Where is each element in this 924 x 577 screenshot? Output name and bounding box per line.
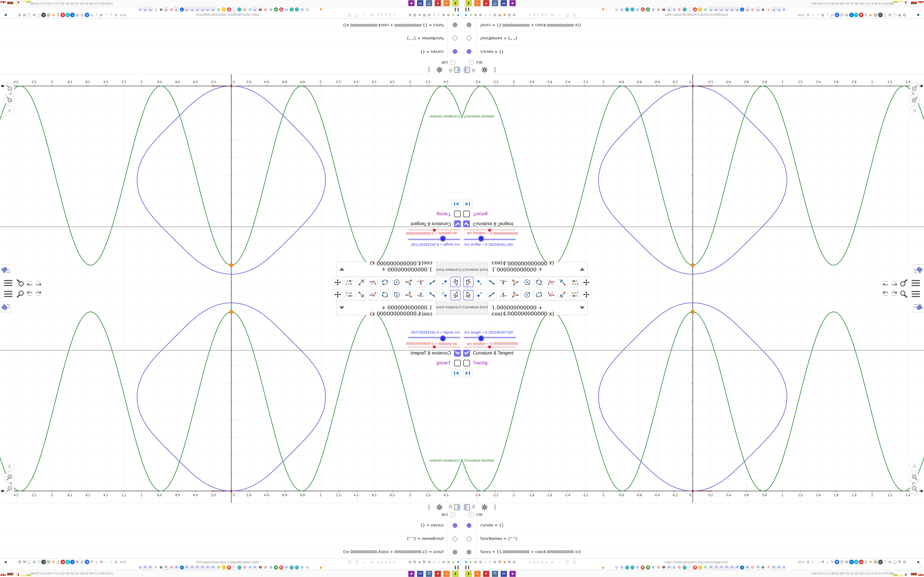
graphics-view[interactable]: -2.4-2.2-2-1.8-1.6-1.4-1.2-1-0.8-0.6-0.4… xyxy=(0,73,462,288)
folder-icon[interactable]: ▭ xyxy=(369,560,374,564)
best-fit-line-tool[interactable] xyxy=(356,277,366,287)
zoom-in-button[interactable] xyxy=(5,472,14,482)
polygon-tool[interactable] xyxy=(404,277,414,287)
translate-icon[interactable]: A xyxy=(113,560,118,564)
wrench-icon[interactable]: ⚒ xyxy=(897,560,902,564)
pinned-tab-favicon[interactable]: ✿ xyxy=(164,566,168,570)
firefox-icon[interactable]: ● xyxy=(443,0,450,6)
pinned-tab-favicon[interactable]: ⚙ xyxy=(761,7,765,11)
pinned-tab-favicon[interactable]: G xyxy=(170,566,173,570)
wrench-icon[interactable]: ⚒ xyxy=(498,13,502,17)
slider-tool[interactable]: a = 2 xyxy=(344,277,354,287)
algebra-row[interactable]: funcNames = {" "} xyxy=(462,532,924,546)
pinned-tab-favicon[interactable]: G xyxy=(782,566,786,570)
globe-icon[interactable]: ⊕ xyxy=(512,560,517,564)
pinned-tab-favicon[interactable]: ✿ xyxy=(195,566,200,570)
floppy64-icon[interactable]: 64 xyxy=(501,571,507,577)
settings-red-icon[interactable]: ⚙ xyxy=(483,571,489,577)
reload-icon[interactable]: ↺ xyxy=(820,13,825,17)
shield-icon[interactable]: ⛉ xyxy=(354,13,359,17)
arc-length-knob[interactable] xyxy=(478,335,484,342)
pinned-tab-favicon[interactable]: ✿ xyxy=(200,566,205,570)
filter-funnel-icon[interactable]: ▼ xyxy=(456,13,460,17)
line-tool[interactable] xyxy=(487,277,497,287)
redo-icon[interactable] xyxy=(26,280,33,286)
firefox-icon[interactable]: ● xyxy=(474,0,481,6)
shield-icon[interactable]: ⛉ xyxy=(883,13,887,17)
angle-tool[interactable]: α xyxy=(368,277,378,287)
pinned-tab-favicon[interactable]: ✿ xyxy=(777,7,781,11)
puzzle-icon[interactable]: ❏ xyxy=(892,13,897,17)
pinned-tab-favicon[interactable]: ▲ xyxy=(222,566,226,570)
uo-badge-icon[interactable]: U xyxy=(878,13,883,17)
collapse-chevron-icon[interactable]: ⌃ xyxy=(2,8,5,11)
pause-icon[interactable] xyxy=(455,8,456,11)
point-tool[interactable]: A xyxy=(475,290,485,300)
dropdown-caret-icon[interactable] xyxy=(339,268,344,271)
zoom-out-button[interactable] xyxy=(910,83,919,93)
arc-position-knob[interactable] xyxy=(433,229,436,232)
zoom-out-button[interactable] xyxy=(5,83,14,93)
pinned-tab-favicon[interactable]: G xyxy=(751,7,754,11)
settings-gear-icon[interactable] xyxy=(436,504,443,511)
algebra-row[interactable]: curves = {} xyxy=(0,45,462,58)
algebra-panes-icon[interactable] xyxy=(454,66,460,73)
pinned-tab-favicon[interactable]: ✿ xyxy=(724,7,729,11)
collapse-chevron-icon[interactable]: ⌃ xyxy=(919,8,922,11)
algebra-row[interactable]: funcs = {1.00000000000 + cos(4.000000000… xyxy=(462,18,924,32)
monitor-icon[interactable]: 🗔 xyxy=(426,0,432,6)
download-icon[interactable]: ↓ xyxy=(825,560,830,564)
pinned-tab-favicon[interactable]: ✿ xyxy=(148,566,153,570)
pinned-tab-favicon[interactable]: ✿ xyxy=(735,7,740,11)
point-tool[interactable]: A xyxy=(439,277,449,287)
best-fit-line-tool[interactable] xyxy=(356,290,366,300)
floppy64-icon[interactable]: 64 xyxy=(501,0,507,6)
forward-icon[interactable]: → xyxy=(104,13,108,17)
algebra-row[interactable]: funcNames = {" "} xyxy=(0,32,462,45)
tracing-checkbox[interactable] xyxy=(463,211,470,218)
olive-dot-icon[interactable]: ● xyxy=(451,13,456,17)
line-tool[interactable] xyxy=(487,290,497,300)
pinned-tab-favicon[interactable]: G xyxy=(677,7,682,11)
pinned-tab-favicon[interactable]: G xyxy=(751,566,754,570)
pinned-tab-favicon[interactable]: G xyxy=(269,566,273,570)
monitor-icon[interactable]: 🗔 xyxy=(492,571,498,577)
globe-icon[interactable]: ⊕ xyxy=(427,560,431,564)
arc-position-knob[interactable] xyxy=(433,345,436,348)
olive-dot-icon[interactable]: ● xyxy=(451,560,456,564)
pinned-tab-favicon[interactable]: Я xyxy=(279,7,283,11)
gear-icon[interactable]: ⚙ xyxy=(412,560,417,564)
pinned-tab-favicon[interactable]: G xyxy=(300,566,304,570)
pinned-tab-favicon[interactable]: • xyxy=(180,7,184,11)
pinned-tab-favicon[interactable]: ⚙ xyxy=(159,7,163,11)
algebra-row[interactable]: curves = {} xyxy=(462,45,924,58)
curvature-tangent-checkbox[interactable] xyxy=(454,220,461,227)
lock-icon[interactable]: ⚿ xyxy=(347,13,352,17)
arc-icon[interactable]: ∩ xyxy=(436,560,441,564)
globe-icon[interactable]: ⊕ xyxy=(446,560,451,564)
forward-icon[interactable]: → xyxy=(816,560,820,564)
polygon-tool[interactable] xyxy=(510,277,520,287)
pinned-tab-favicon[interactable]: ✿ xyxy=(730,566,734,570)
pinned-tab-favicon[interactable]: ✿ xyxy=(200,7,205,11)
uo-badge-icon[interactable]: U xyxy=(878,560,883,564)
pinned-tab-favicon[interactable]: G xyxy=(216,7,221,11)
redo-icon[interactable] xyxy=(891,280,898,286)
pinned-tab-favicon[interactable]: ✿ xyxy=(719,566,724,570)
back-icon[interactable]: ← xyxy=(362,13,366,17)
function-input[interactable]: 1.000000000000 + cos(4.000000000000 x) xyxy=(488,301,588,315)
visibility-marble[interactable] xyxy=(453,523,457,528)
pinned-tab-favicon[interactable]: G xyxy=(269,7,273,11)
angle-tool[interactable]: α xyxy=(546,277,556,287)
globe-icon[interactable]: ⊕ xyxy=(512,13,517,17)
gear-icon[interactable]: ⚙ xyxy=(17,13,22,17)
pinned-tab-favicon[interactable]: G xyxy=(672,7,676,11)
pinned-tab-favicon[interactable]: • xyxy=(740,566,744,570)
pause-icon[interactable] xyxy=(455,566,456,569)
visibility-marble[interactable] xyxy=(467,36,471,41)
fx-icon[interactable]: ƒx xyxy=(472,504,478,511)
trash-icon[interactable]: ▯ xyxy=(56,13,60,17)
shield-icon[interactable]: ⛉ xyxy=(565,13,570,17)
pause-icon[interactable] xyxy=(465,8,467,11)
pinned-tab-favicon[interactable]: G xyxy=(615,7,619,11)
